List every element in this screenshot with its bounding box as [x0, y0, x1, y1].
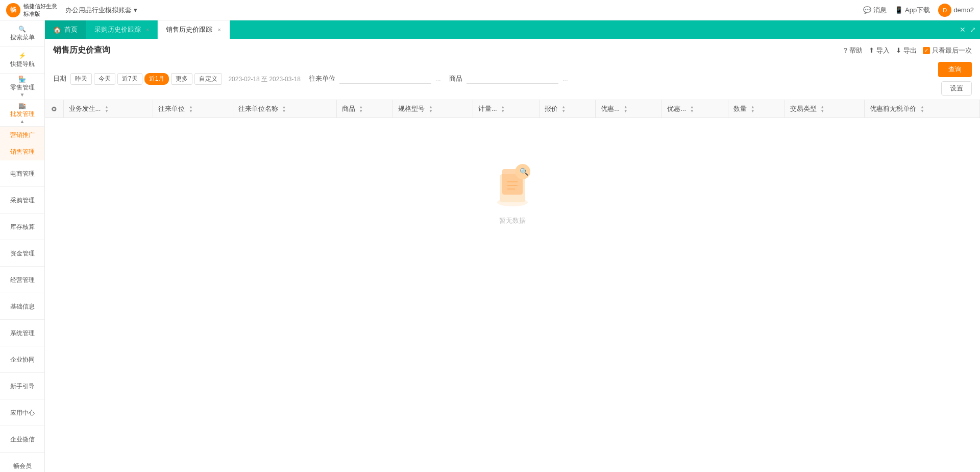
- help-icon: ?: [844, 46, 847, 54]
- tab-purchase-close[interactable]: ×: [146, 27, 149, 33]
- product-filter-group: 商品 ...: [449, 74, 568, 84]
- sidebar-subitem-marketing[interactable]: 营销推广: [0, 127, 44, 144]
- sort-icon: ▲▼: [920, 105, 924, 113]
- col-quoted-price[interactable]: 报价 ▲▼: [539, 100, 596, 118]
- sidebar-item-corp-wechat[interactable]: 企业微信: [0, 426, 44, 453]
- sidebar-item-shortcut[interactable]: ⚡ 快捷导航: [0, 47, 44, 74]
- sidebar-item-inventory[interactable]: 库存核算: [0, 214, 44, 240]
- sidebar-item-finance[interactable]: 资金管理: [0, 240, 44, 267]
- data-table: ⚙ 业务发生... ▲▼ 往来单位 ▲▼ 往来单位名称 ▲▼: [45, 100, 980, 118]
- sidebar-item-retail[interactable]: 🏪 零售管理 ▼: [0, 74, 44, 100]
- date-last7[interactable]: 近7天: [117, 73, 142, 85]
- sidebar-item-operations[interactable]: 经营管理: [0, 267, 44, 293]
- retail-icon: 🏪: [18, 76, 26, 83]
- col-gear[interactable]: ⚙: [45, 100, 63, 118]
- col-trade-type[interactable]: 交易类型 ▲▼: [785, 100, 865, 118]
- tab-sales-close[interactable]: ×: [217, 27, 220, 33]
- tab-purchase[interactable]: 采购历史价跟踪 ×: [86, 20, 158, 39]
- export-button[interactable]: ⬇ 导出: [896, 46, 917, 55]
- date-yesterday[interactable]: 昨天: [70, 73, 92, 85]
- tab-bar: 🏠 首页 采购历史价跟踪 × 销售历史价跟踪 × ✕ ⤢: [45, 20, 980, 39]
- sidebar-item-search[interactable]: 🔍 搜索菜单: [0, 20, 44, 47]
- partner-filter-group: 往来单位 ...: [309, 74, 441, 84]
- last-only-checkbox[interactable]: ✓ 只看最后一次: [923, 46, 972, 55]
- chevron-down-icon: ▾: [134, 6, 137, 14]
- sort-icon: ▲▼: [690, 105, 694, 113]
- date-more[interactable]: 更多: [171, 73, 192, 85]
- sort-icon: ▲▼: [282, 105, 286, 113]
- import-button[interactable]: ⬆ 导入: [869, 46, 890, 55]
- export-icon: ⬇: [896, 46, 901, 54]
- page-header: 销售历史价查询 ? 帮助 ⬆ 导入 ⬇ 导出 ✓: [45, 39, 980, 100]
- workspace-dropdown[interactable]: 办公用品行业模拟账套 ▾: [61, 4, 141, 17]
- logo-icon: 畅: [6, 3, 20, 17]
- shortcut-icon: ⚡: [18, 52, 26, 59]
- settings-button[interactable]: 设置: [941, 81, 972, 96]
- checkbox-icon: ✓: [923, 47, 930, 54]
- home-icon: 🏠: [53, 26, 61, 34]
- col-product[interactable]: 商品 ▲▼: [336, 100, 393, 118]
- sidebar-item-basic[interactable]: 基础信息: [0, 293, 44, 320]
- product-dots[interactable]: ...: [562, 75, 568, 83]
- message-icon: 💬: [863, 6, 871, 14]
- avatar: D: [938, 4, 951, 17]
- partner-dots[interactable]: ...: [435, 75, 441, 83]
- col-unit[interactable]: 计量... ▲▼: [473, 100, 539, 118]
- page-actions: ? 帮助 ⬆ 导入 ⬇ 导出 ✓ 只看最后一次: [844, 46, 972, 55]
- window-close-button[interactable]: ✕: [960, 26, 966, 34]
- empty-text: 暂无数据: [499, 216, 526, 225]
- col-partner-name[interactable]: 往来单位名称 ▲▼: [233, 100, 336, 118]
- col-quantity[interactable]: 数量 ▲▼: [728, 100, 785, 118]
- help-button[interactable]: ? 帮助: [844, 46, 863, 55]
- user-menu[interactable]: D demo2: [938, 4, 974, 17]
- col-discount2[interactable]: 优惠... ▲▼: [662, 100, 728, 118]
- table-header-row: ⚙ 业务发生... ▲▼ 往来单位 ▲▼ 往来单位名称 ▲▼: [45, 100, 980, 118]
- sort-icon: ▲▼: [359, 105, 363, 113]
- date-shortcuts: 昨天 今天 近7天 近1月 更多 自定义: [70, 73, 222, 85]
- sidebar-item-purchase[interactable]: 采购管理: [0, 187, 44, 214]
- sort-icon: ▲▼: [189, 105, 193, 113]
- sort-icon: ▲▼: [751, 105, 755, 113]
- date-last1m[interactable]: 近1月: [144, 73, 169, 85]
- date-custom[interactable]: 自定义: [194, 73, 222, 85]
- sort-icon: ▲▼: [429, 105, 433, 113]
- message-button[interactable]: 💬 消息: [863, 6, 887, 15]
- sidebar-item-app-center[interactable]: 应用中心: [0, 399, 44, 426]
- sidebar-item-ecommerce[interactable]: 电商管理: [0, 160, 44, 187]
- tab-home[interactable]: 🏠 首页: [45, 20, 86, 39]
- product-input[interactable]: [467, 74, 558, 84]
- page-title: 销售历史价查询: [53, 45, 110, 56]
- query-button[interactable]: 查询: [938, 62, 972, 77]
- top-bar: 畅 畅捷信好生意 标准版 办公用品行业模拟账套 ▾ 💬 消息 📱 App下载 D…: [0, 0, 980, 20]
- window-maximize-button[interactable]: ⤢: [970, 26, 976, 34]
- sidebar-item-wholesale[interactable]: 🏬 批发管理 ▲: [0, 100, 44, 127]
- col-biz-date[interactable]: 业务发生... ▲▼: [63, 100, 153, 118]
- tab-sales[interactable]: 销售历史价跟踪 ×: [158, 20, 229, 39]
- col-spec[interactable]: 规格型号 ▲▼: [393, 100, 473, 118]
- sidebar-item-guide[interactable]: 新手引导: [0, 373, 44, 399]
- page-title-row: 销售历史价查询 ? 帮助 ⬆ 导入 ⬇ 导出 ✓: [53, 45, 972, 56]
- date-filter-group: 日期 昨天 今天 近7天 近1月 更多 自定义 2023-02-18 至 202…: [53, 73, 301, 85]
- sidebar-subitem-sales-mgmt[interactable]: 销售管理: [0, 144, 44, 160]
- logo-text: 畅捷信好生意 标准版: [23, 3, 57, 17]
- sidebar: 🔍 搜索菜单 ⚡ 快捷导航 🏪 零售管理 ▼ 🏬 批发管理 ▲ 营销推广 销售管…: [0, 20, 45, 472]
- wholesale-icon: 🏬: [18, 102, 26, 109]
- col-pretax-price[interactable]: 优惠前无税单价 ▲▼: [865, 100, 980, 118]
- col-discount1[interactable]: 优惠... ▲▼: [596, 100, 662, 118]
- sidebar-item-enterprise[interactable]: 企业协同: [0, 346, 44, 373]
- main-layout: 🔍 搜索菜单 ⚡ 快捷导航 🏪 零售管理 ▼ 🏬 批发管理 ▲ 营销推广 销售管…: [0, 20, 980, 472]
- partner-input[interactable]: [339, 74, 431, 84]
- search-icon: 🔍: [18, 26, 26, 33]
- table-container: ⚙ 业务发生... ▲▼ 往来单位 ▲▼ 往来单位名称 ▲▼: [45, 100, 980, 472]
- col-partner-code[interactable]: 往来单位 ▲▼: [153, 100, 233, 118]
- sort-icon: ▲▼: [105, 105, 109, 113]
- sidebar-item-membership[interactable]: 畅会员: [0, 453, 44, 472]
- empty-state: 🔍 暂无数据: [45, 118, 980, 266]
- sort-icon: ▲▼: [820, 105, 824, 113]
- sort-icon: ▲▼: [561, 105, 566, 113]
- empty-illustration: 🔍: [487, 159, 538, 210]
- date-today[interactable]: 今天: [94, 73, 115, 85]
- app-download-button[interactable]: 📱 App下载: [895, 6, 930, 15]
- tab-bar-actions: ✕ ⤢: [955, 20, 980, 39]
- sidebar-item-system[interactable]: 系统管理: [0, 320, 44, 346]
